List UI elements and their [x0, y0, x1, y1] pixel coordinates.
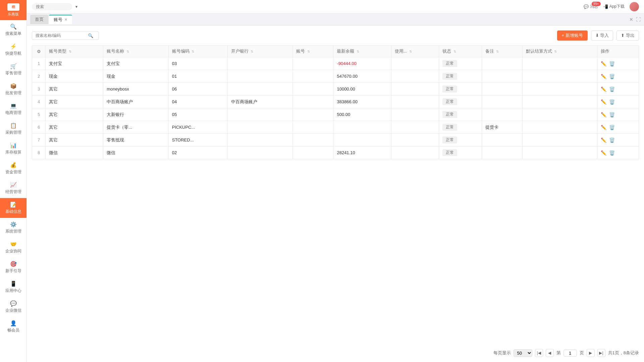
- col-settings[interactable]: ⚙: [32, 46, 46, 57]
- delete-btn[interactable]: 🗑️: [609, 137, 615, 143]
- status-badge: 正常: [442, 85, 457, 93]
- table-row: 7 其它 零售抵现 STORED... 正常 ✏️ 🗑️: [32, 134, 639, 146]
- message-btn[interactable]: 💬 消息 99+: [584, 4, 598, 9]
- row-status: 正常: [439, 70, 482, 83]
- sidebar-item-member[interactable]: 👤 畅会员: [0, 317, 26, 337]
- col-balance[interactable]: 最新余额 ⇅: [333, 46, 391, 57]
- user-avatar[interactable]: [630, 2, 639, 11]
- edit-btn[interactable]: ✏️: [601, 99, 606, 105]
- sidebar-item-enterprise-agmt[interactable]: 🤝 企业协同: [0, 238, 26, 257]
- sidebar-item-wholesale[interactable]: 📦 批发管理: [0, 79, 26, 99]
- inventory-icon: 📊: [10, 142, 17, 148]
- search-input[interactable]: [36, 33, 86, 38]
- row-remark: [482, 70, 522, 83]
- app-logo: 稻 乐惠版: [0, 0, 26, 20]
- col-type[interactable]: 账号类型 ⇅: [46, 46, 103, 57]
- delete-btn[interactable]: 🗑️: [609, 99, 615, 105]
- delete-btn[interactable]: 🗑️: [609, 112, 615, 117]
- delete-btn[interactable]: 🗑️: [609, 61, 615, 66]
- sidebar-item-label: 新手引导: [5, 268, 21, 274]
- col-default-settle[interactable]: 默认结算方式 ⇅: [522, 46, 597, 57]
- next-page-btn[interactable]: ▶: [587, 349, 595, 357]
- window-expand-icon[interactable]: ⛶: [636, 17, 641, 22]
- dropdown-chevron-icon[interactable]: ▾: [75, 4, 77, 9]
- edit-btn[interactable]: ✏️: [601, 86, 606, 92]
- sidebar-item-basic-info[interactable]: 📝 基础信息: [0, 198, 26, 218]
- last-page-btn[interactable]: ▶|: [597, 349, 605, 357]
- edit-btn[interactable]: ✏️: [601, 150, 606, 156]
- sidebar-item-inventory[interactable]: 📊 库存核算: [0, 139, 26, 159]
- delete-btn[interactable]: 🗑️: [609, 125, 615, 130]
- row-remark: 提货卡: [482, 121, 522, 134]
- edit-btn[interactable]: ✏️: [601, 112, 606, 117]
- delete-btn[interactable]: 🗑️: [609, 74, 615, 79]
- sidebar-item-system[interactable]: ⚙️ 系统管理: [0, 218, 26, 238]
- app-download-btn[interactable]: 📲 App下载: [603, 4, 625, 9]
- sidebar-item-retail[interactable]: 🛒 零售管理: [0, 60, 26, 79]
- col-bank[interactable]: 开户银行 ⇅: [227, 46, 293, 57]
- tab-close-icon[interactable]: ✕: [64, 17, 67, 22]
- row-actions: ✏️ 🗑️: [597, 83, 639, 96]
- col-usage[interactable]: 使用... ⇅: [391, 46, 439, 57]
- main-content: ▾ 💬 消息 99+ 📲 App下载 首页 账号 ✕ ✕ ⛶: [27, 0, 644, 362]
- col-status[interactable]: 状态 ⇅: [439, 46, 482, 57]
- delete-btn[interactable]: 🗑️: [609, 86, 615, 92]
- prev-page-btn[interactable]: ◀: [546, 349, 554, 357]
- edit-btn[interactable]: ✏️: [601, 125, 606, 130]
- delete-btn[interactable]: 🗑️: [609, 150, 615, 156]
- export-button[interactable]: ⬆ 导出: [616, 31, 639, 41]
- sidebar-item-label: 快捷导航: [5, 51, 21, 56]
- edit-btn[interactable]: ✏️: [601, 74, 606, 79]
- edit-btn[interactable]: ✏️: [601, 137, 606, 143]
- row-bank: [227, 70, 293, 83]
- row-type: 其它: [46, 96, 103, 108]
- sidebar-item-quick-nav[interactable]: ⚡ 快捷导航: [0, 40, 26, 60]
- sidebar-item-new-guide[interactable]: 🎯 新手引导: [0, 257, 26, 277]
- sidebar-item-ops[interactable]: 📈 经营管理: [0, 178, 26, 198]
- row-account: [293, 121, 333, 134]
- row-default-settle: [522, 83, 597, 96]
- sidebar-item-label: 企业协同: [5, 248, 21, 254]
- table-row: 5 其它 大新银行 05 500.00 正常 ✏️ 🗑️: [32, 108, 639, 121]
- status-badge: 正常: [442, 124, 457, 131]
- window-close-icon[interactable]: ✕: [629, 17, 633, 22]
- search-icon[interactable]: 🔍: [88, 33, 93, 38]
- tab-home[interactable]: 首页: [30, 15, 48, 24]
- sidebar-item-app-center[interactable]: 📱 应用中心: [0, 277, 26, 297]
- col-account[interactable]: 账号 ⇅: [293, 46, 333, 57]
- sidebar-item-search-menu[interactable]: 🔍 搜索菜单: [0, 20, 26, 40]
- row-code: PICKUPC...: [168, 121, 227, 134]
- status-badge: 正常: [442, 136, 457, 143]
- row-bank: [227, 83, 293, 96]
- add-account-button[interactable]: + 新增账号: [557, 31, 588, 41]
- row-type: 支付宝: [46, 57, 103, 70]
- edit-btn[interactable]: ✏️: [601, 61, 606, 66]
- sidebar-item-enterprise-wechat[interactable]: 💬 企业微信: [0, 297, 26, 317]
- wholesale-icon: 📦: [10, 83, 17, 89]
- row-usage: [391, 121, 439, 134]
- sidebar-item-ecommerce[interactable]: 💻 电商管理: [0, 99, 26, 119]
- tab-account[interactable]: 账号 ✕: [49, 15, 72, 24]
- col-name[interactable]: 账号名称 ⇅: [103, 46, 169, 57]
- message-badge: 99+: [592, 2, 601, 6]
- tabbar: 首页 账号 ✕ ✕ ⛶: [27, 13, 644, 25]
- col-remark[interactable]: 备注 ⇅: [482, 46, 522, 57]
- pagination: 每页显示 50 100 200 |◀ ◀ 第 页 ▶ ▶| 共1页，8条记录: [32, 344, 639, 357]
- accounts-table: ⚙ 账号类型 ⇅ 账号名称 ⇅ 账号编码 ⇅ 开户银行 ⇅ 账号 ⇅ 最新余额 …: [32, 45, 639, 159]
- sidebar-item-purchase[interactable]: 📋 采购管理: [0, 119, 26, 139]
- per-page-select[interactable]: 50 100 200: [514, 349, 532, 357]
- member-icon: 👤: [10, 320, 17, 326]
- topbar-search-input[interactable]: [32, 3, 72, 10]
- row-name: 提货卡（零...: [103, 121, 169, 134]
- col-code[interactable]: 账号编码 ⇅: [168, 46, 227, 57]
- row-type: 微信: [46, 146, 103, 159]
- page-input[interactable]: [564, 350, 577, 357]
- status-badge: 正常: [442, 149, 457, 156]
- sidebar-item-finance[interactable]: 💰 资金管理: [0, 159, 26, 178]
- row-name: moneybosx: [103, 83, 169, 96]
- row-number: 5: [32, 108, 46, 121]
- import-button[interactable]: ⬇ 导入: [591, 31, 613, 41]
- row-name: 现金: [103, 70, 169, 83]
- first-page-btn[interactable]: |◀: [535, 349, 543, 357]
- row-status: 正常: [439, 134, 482, 146]
